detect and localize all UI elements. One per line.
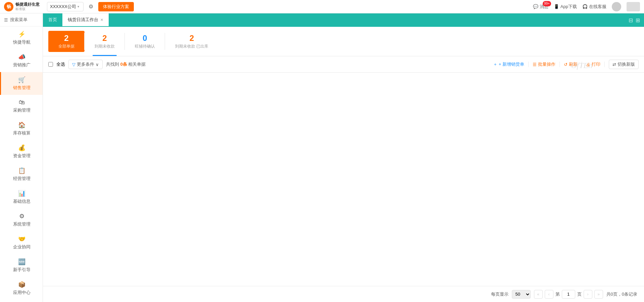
total-info: 共0页，0条记录 [606,291,637,297]
batch-button[interactable]: ☰ 批量操作 [533,61,555,67]
filter-icon: ▽ [72,62,75,67]
sidebar-item-label: 基础信息 [13,198,31,204]
finance-icon: 💰 [18,144,25,152]
app-download-icon: 📱 [554,4,559,9]
logo-icon: 畅 [4,2,13,11]
stat-card-all[interactable]: 2 全部单据 [48,31,85,52]
print-label: 打印 [592,61,600,67]
next-page-button[interactable]: › [584,290,592,299]
message-button[interactable]: 💬 消息 99+ [533,4,548,10]
sidebar-item-marketing[interactable]: 📣 营销推广 [0,49,43,72]
trial-button[interactable]: 体验行业方案 [98,2,134,11]
logo-area: 畅 畅捷通好生意 标准版 [4,2,47,11]
stat-card-overdue[interactable]: 2 到期未收款 [85,31,125,52]
company-selector[interactable]: XXXXXX公司 ▾ [47,2,84,11]
page-size-select[interactable]: 10 20 50 100 [512,290,531,299]
select-all-checkbox[interactable] [48,62,53,67]
settings-button[interactable]: ⚙ [86,2,96,11]
tab-minimize-button[interactable]: ⊟ [629,17,633,23]
filter-btn-label: 更多条件 [77,61,94,67]
prev-page-button[interactable]: ‹ [545,290,553,299]
stat-desc-pending: 旺辅待确认 [135,44,155,49]
page-prefix-label: 第 [555,291,560,297]
sidebar-item-wechat[interactable]: 💬 企业微信 [0,300,43,302]
sidebar: ☰ 搜索菜单 ⚡ 快捷导航 📣 营销推广 🛒 销售管理 🛍 采购管理 🏠 库存核… [0,13,43,302]
page-suffix-label: 页 [577,291,582,297]
batch-icon: ☰ [533,62,537,67]
sidebar-item-label: 采购管理 [13,107,31,113]
online-service-button[interactable]: 🎧 在线客服 [582,4,606,10]
header-right: 💬 消息 99+ 📱 App下载 🎧 在线客服 [533,2,640,11]
quick-nav-icon: ⚡ [18,31,25,38]
stat-count-pending: 0 [143,34,147,43]
search-icon: ☰ [4,17,8,22]
sidebar-item-label: 企业协同 [13,244,31,250]
tab-cash-ledger-label: 钱货日清工作台 [68,17,98,23]
stat-card-pending[interactable]: 0 旺辅待确认 [125,31,165,52]
filter-button[interactable]: ▽ 更多条件 ∨ [68,60,103,69]
app-download-button[interactable]: 📱 App下载 [554,4,577,10]
switch-version-button[interactable]: ⇄ 切换新版 [609,60,639,69]
last-page-button[interactable]: » [594,290,603,299]
sidebar-item-label: 销售管理 [13,85,31,91]
sidebar-item-finance[interactable]: 💰 资金管理 [0,140,43,163]
print-button[interactable]: 🖨 打印 [586,61,600,67]
print-icon: 🖨 [586,62,590,67]
basic-info-icon: 📊 [18,190,25,197]
sidebar-item-system[interactable]: ⚙ 系统管理 [0,208,43,231]
top-header: 畅 畅捷通好生意 标准版 XXXXXX公司 ▾ ⚙ 体验行业方案 💬 消息 99… [0,0,644,13]
search-menu-label: 搜索菜单 [10,17,28,23]
page-number-input[interactable] [562,290,575,299]
stat-desc-overdue: 到期未收款 [95,44,115,49]
sidebar-item-enterprise[interactable]: 🤝 企业协同 [0,231,43,254]
refresh-button[interactable]: ↺ 刷新 [564,61,578,67]
purchase-icon: 🛍 [19,99,25,106]
app-center-icon: 📦 [18,281,25,288]
switch-label: 切换新版 [618,61,635,67]
content-area: 首页 钱货日清工作台 ✕ ⊟ ⊞ 2 全部单据 2 到期未收款 [43,13,644,302]
pagination-bar: 每页显示 10 20 50 100 « ‹ 第 页 › » 共0页，0条记录 [43,286,644,302]
search-menu[interactable]: ☰ 搜索菜单 [0,13,43,26]
stat-card-shipped[interactable]: 2 到期未收款 已出库 [165,31,218,52]
active-underline [93,55,117,56]
toolbar: 全选 ▽ 更多条件 ∨ 共找到 0条 相关单据 ＋ + 新增销 [43,56,644,73]
logo-sub: 标准版 [15,7,40,11]
sidebar-item-sales[interactable]: 🛒 销售管理 [0,72,43,95]
sidebar-item-purchase[interactable]: 🛍 采购管理 [0,95,43,117]
main-layout: ☰ 搜索菜单 ⚡ 快捷导航 📣 营销推广 🛒 销售管理 🛍 采购管理 🏠 库存核… [0,13,644,302]
tab-cash-ledger[interactable]: 钱货日清工作台 ✕ [62,13,109,27]
chevron-down-icon: ▾ [77,5,79,8]
inner-content: 2 全部单据 2 到期未收款 0 旺辅待确认 2 到期未收款 已出库 [43,27,644,302]
stats-bar: 2 全部单据 2 到期未收款 0 旺辅待确认 2 到期未收款 已出库 [43,27,644,56]
sidebar-item-label: 新手引导 [13,267,31,273]
avatar[interactable] [612,2,621,11]
add-order-button[interactable]: ＋ + 新增销货单 [493,61,524,67]
sidebar-item-app-center[interactable]: 📦 应用中心 [0,277,43,300]
operations-icon: 📋 [18,167,25,174]
tab-bar-actions: ⊟ ⊞ [629,13,644,27]
username [627,2,640,11]
sidebar-item-basic-info[interactable]: 📊 基础信息 [0,186,43,208]
result-text: 共找到 0条 相关单据 [106,61,146,67]
message-icon: 💬 [533,4,538,9]
refresh-label: 刷新 [569,61,578,67]
enterprise-icon: 🤝 [18,235,25,243]
tab-close-icon[interactable]: ✕ [100,18,103,22]
tab-home[interactable]: 首页 [43,13,62,27]
sidebar-item-label: 系统管理 [13,221,31,227]
sidebar-item-operations[interactable]: 📋 经营管理 [0,163,43,186]
app-download-label: App下载 [560,4,577,10]
company-name: XXXXXX公司 [50,4,76,10]
tab-maximize-button[interactable]: ⊞ [636,17,640,23]
sidebar-item-quick-nav[interactable]: ⚡ 快捷导航 [0,26,43,49]
page-navigation: « ‹ 第 页 › » [534,290,603,299]
stat-count-all: 2 [64,34,68,43]
select-all-label: 全选 [56,61,65,67]
sidebar-item-inventory[interactable]: 🏠 库存核算 [0,117,43,140]
sidebar-item-guide[interactable]: 🆕 新手引导 [0,254,43,277]
result-count: 0条 [120,62,127,67]
first-page-button[interactable]: « [534,290,543,299]
tab-home-label: 首页 [48,17,57,23]
switch-icon: ⇄ [612,62,616,67]
sidebar-item-label: 经营管理 [13,176,31,182]
